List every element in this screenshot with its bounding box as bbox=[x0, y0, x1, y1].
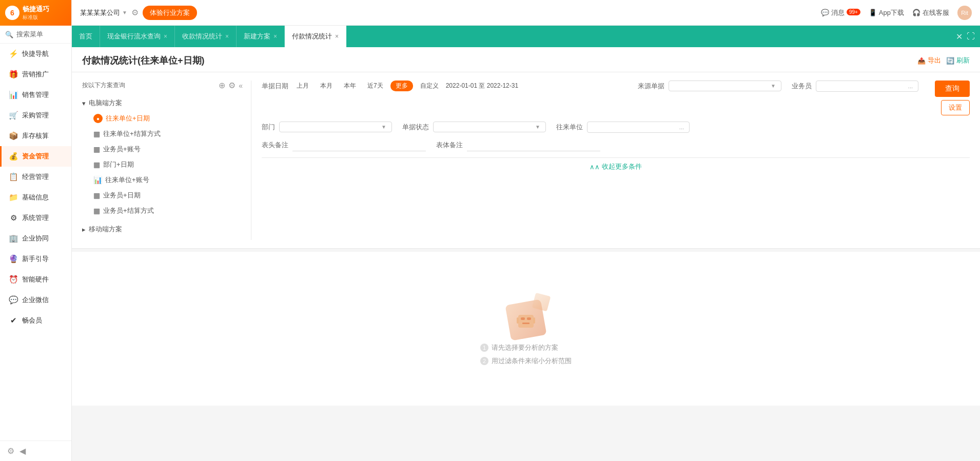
date-opt-last-7[interactable]: 近7天 bbox=[363, 81, 387, 91]
scheme-item-icon: ▦ bbox=[93, 207, 100, 215]
sidebar-item-operation[interactable]: 📋 经营管理 bbox=[0, 167, 71, 187]
sidebar-item-label: 销售管理 bbox=[22, 90, 49, 99]
sidebar-item-label: 快捷导航 bbox=[22, 49, 49, 58]
scheme-item-unit-date[interactable]: ● 往来单位+日期 bbox=[89, 111, 243, 126]
filter-fields: 单据日期 上月 本月 本年 近7天 更多 自定义 2022-01-01 至 20… bbox=[251, 81, 970, 240]
scheme-item-label: 部门+日期 bbox=[103, 160, 134, 169]
filter-date-field: 单据日期 上月 本月 本年 近7天 更多 自定义 2022-01-01 至 20… bbox=[262, 81, 518, 91]
staff-select[interactable]: ... bbox=[816, 81, 918, 92]
filter-row-1: 单据日期 上月 本月 本年 近7天 更多 自定义 2022-01-01 至 20… bbox=[262, 81, 970, 115]
scheme-item-icon: ▦ bbox=[93, 191, 100, 199]
unit-label: 往来单位 bbox=[556, 123, 583, 132]
filter-header-note-field: 表头备注 bbox=[262, 139, 426, 151]
tab-receipts[interactable]: 收款情况统计 × bbox=[175, 26, 237, 47]
dept-select[interactable]: ▼ bbox=[279, 122, 392, 132]
sidebar-item-label: 营销推广 bbox=[22, 70, 49, 79]
tab-new-scheme-close[interactable]: × bbox=[273, 33, 277, 40]
sidebar-item-hardware[interactable]: ⏰ 智能硬件 bbox=[0, 269, 71, 290]
sidebar-item-label: 库存核算 bbox=[22, 131, 49, 141]
sidebar-item-basic-info[interactable]: 📁 基础信息 bbox=[0, 187, 71, 208]
user-avatar[interactable]: Rit bbox=[957, 6, 972, 20]
refresh-button[interactable]: 🔄 刷新 bbox=[946, 56, 970, 65]
scheme-section-mobile-header[interactable]: ▸ 移动端方案 bbox=[82, 222, 243, 237]
sidebar-item-finance[interactable]: 💰 资金管理 bbox=[0, 146, 71, 167]
scheme-collapse-btn[interactable]: « bbox=[239, 82, 243, 90]
trial-button[interactable]: 体验行业方案 bbox=[143, 6, 197, 20]
guide-icon: 🔮 bbox=[9, 254, 18, 264]
body-note-input[interactable] bbox=[467, 139, 600, 151]
scheme-item-label: 业务员+日期 bbox=[103, 191, 141, 200]
sidebar-item-enterprise[interactable]: 🏢 企业协同 bbox=[0, 228, 71, 249]
sidebar-collapse-btn[interactable]: ◀ bbox=[19, 446, 26, 456]
app-version: 标准版 bbox=[23, 14, 49, 21]
sidebar-item-sales[interactable]: 📊 销售管理 bbox=[0, 85, 71, 105]
app-download-btn[interactable]: 📱 App下载 bbox=[869, 8, 904, 17]
tab-home[interactable]: 首页 bbox=[72, 26, 100, 47]
chevron-down-icon: ▼ bbox=[381, 124, 386, 130]
scheme-add-btn[interactable]: ⊕ bbox=[219, 81, 225, 90]
scheme-section-desktop-header[interactable]: ▾ 电脑端方案 bbox=[82, 95, 243, 111]
chevron-up-icon: ∧∧ bbox=[590, 163, 600, 171]
unit-select[interactable]: ... bbox=[587, 122, 690, 133]
date-opt-this-month[interactable]: 本月 bbox=[316, 81, 337, 91]
scheme-item-staff-settlement[interactable]: ▦ 业务员+结算方式 bbox=[89, 203, 243, 218]
tab-new-scheme[interactable]: 新建方案 × bbox=[237, 26, 285, 47]
message-badge: 99+ bbox=[847, 9, 860, 15]
settings-button[interactable]: 设置 bbox=[941, 100, 970, 115]
sidebar-item-guide[interactable]: 🔮 新手引导 bbox=[0, 249, 71, 269]
export-button[interactable]: 📤 导出 bbox=[917, 56, 941, 65]
sidebar-item-wechat[interactable]: 💬 企业微信 bbox=[0, 290, 71, 310]
tab-payments[interactable]: 付款情况统计 × bbox=[285, 26, 346, 47]
scheme-item-staff-account[interactable]: ▦ 业务员+账号 bbox=[89, 142, 243, 157]
tabbar-expand-btn[interactable]: ⛶ bbox=[967, 32, 975, 41]
sidebar-settings-btn[interactable]: ⚙ bbox=[7, 446, 14, 456]
phone-icon: 📱 bbox=[869, 9, 877, 16]
scheme-settings-btn[interactable]: ⚙ bbox=[228, 81, 236, 90]
date-opt-custom[interactable]: 自定义 bbox=[416, 81, 443, 91]
topbar-settings-btn[interactable]: ⚙ bbox=[131, 8, 139, 17]
search-menu[interactable]: 🔍 搜索菜单 bbox=[0, 26, 71, 44]
scheme-item-chart-icon: 📊 bbox=[93, 176, 102, 184]
tab-cashflow[interactable]: 现金银行流水查询 × bbox=[100, 26, 175, 47]
sidebar-item-system[interactable]: ⚙ 系统管理 bbox=[0, 208, 71, 228]
sidebar-item-quick-nav[interactable]: ⚡ 快捷导航 bbox=[0, 44, 71, 64]
refresh-icon: 🔄 bbox=[946, 57, 954, 65]
message-btn[interactable]: 💬 消息 99+ bbox=[821, 8, 860, 17]
sidebar-item-purchase[interactable]: 🛒 采购管理 bbox=[0, 105, 71, 126]
sidebar-item-member[interactable]: ✔ 畅会员 bbox=[0, 310, 71, 331]
scheme-item-dept-date[interactable]: ▦ 部门+日期 bbox=[89, 157, 243, 172]
scheme-item-staff-date[interactable]: ▦ 业务员+日期 bbox=[89, 188, 243, 203]
tab-receipts-close[interactable]: × bbox=[225, 33, 229, 40]
tab-cashflow-close[interactable]: × bbox=[164, 33, 167, 40]
scheme-item-unit-account[interactable]: 📊 往来单位+账号 bbox=[89, 172, 243, 188]
query-button[interactable]: 查询 bbox=[935, 81, 970, 97]
scheme-desktop-list: ● 往来单位+日期 ▦ 往来单位+结算方式 ▦ 业务员+账号 ▦ bbox=[82, 111, 243, 218]
tabbar-close-btn[interactable]: ✕ bbox=[956, 32, 963, 42]
date-opt-more[interactable]: 更多 bbox=[390, 81, 413, 91]
date-opt-this-year[interactable]: 本年 bbox=[340, 81, 360, 91]
scheme-section-mobile-label: 移动端方案 bbox=[89, 225, 122, 234]
online-service-btn[interactable]: 🎧 在线客服 bbox=[912, 8, 949, 17]
sidebar-item-inventory[interactable]: 📦 库存核算 bbox=[0, 126, 71, 146]
tab-payments-close[interactable]: × bbox=[335, 33, 339, 40]
sidebar-item-label: 新手引导 bbox=[22, 254, 49, 264]
scheme-section-desktop: ▾ 电脑端方案 ● 往来单位+日期 ▦ 往来单位+结算方式 ▦ bbox=[82, 95, 243, 218]
filter-unit-field: 往来单位 ... bbox=[556, 122, 970, 133]
date-opt-last-month[interactable]: 上月 bbox=[292, 81, 313, 91]
chevron-down-icon: ▾ bbox=[82, 99, 86, 107]
empty-hints: 1 请先选择要分析的方案 2 用过滤条件来缩小分析范围 bbox=[480, 343, 572, 366]
filter-staff-field: 业务员 ... bbox=[792, 81, 918, 92]
header-note-input[interactable] bbox=[292, 139, 426, 151]
company-selector[interactable]: 某某某某公司 ▼ bbox=[80, 8, 127, 17]
collapse-more-btn[interactable]: ∧∧ 收起更多条件 bbox=[590, 158, 642, 175]
sidebar: 6 畅捷通巧 标准版 🔍 搜索菜单 ⚡ 快捷导航 🎁 营销推广 📊 销售管理 🛒… bbox=[0, 0, 72, 461]
sidebar-footer: ⚙ ◀ bbox=[0, 440, 71, 461]
empty-robot-icon bbox=[513, 307, 539, 333]
source-label: 来源单据 bbox=[638, 82, 664, 91]
scheme-item-label: 往来单位+结算方式 bbox=[103, 129, 161, 138]
sidebar-item-marketing[interactable]: 🎁 营销推广 bbox=[0, 64, 71, 85]
scheme-item-unit-settlement[interactable]: ▦ 往来单位+结算方式 bbox=[89, 126, 243, 142]
status-select[interactable]: ▼ bbox=[433, 122, 546, 132]
source-select[interactable]: ▼ bbox=[669, 81, 781, 91]
date-range-text[interactable]: 2022-01-01 至 2022-12-31 bbox=[446, 82, 518, 90]
